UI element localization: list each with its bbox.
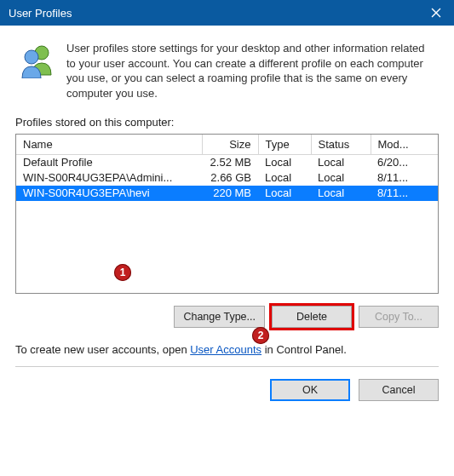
create-accounts-text: To create new user accounts, open User A… — [15, 343, 439, 356]
create-accounts-prefix: To create new user accounts, open — [15, 343, 190, 356]
delete-button[interactable]: Delete — [272, 306, 352, 328]
cancel-button[interactable]: Cancel — [359, 379, 439, 401]
cell-type: Local — [258, 170, 311, 186]
column-headers[interactable]: Name Size Type Status Mod... — [16, 135, 438, 155]
profile-buttons: Change Type... Delete Copy To... — [15, 306, 439, 328]
annotation-marker-1: 1 — [114, 264, 131, 281]
window-title: User Profiles — [9, 7, 72, 20]
dialog-body: User profiles store settings for your de… — [0, 26, 454, 415]
ok-button[interactable]: OK — [270, 379, 350, 401]
col-name[interactable]: Name — [16, 135, 202, 155]
col-status[interactable]: Status — [311, 135, 371, 155]
user-accounts-link[interactable]: User Accounts — [190, 343, 261, 356]
cell-name: Default Profile — [16, 155, 202, 171]
user-profiles-icon — [19, 41, 56, 81]
cell-status: Local — [311, 186, 371, 201]
intro-section: User profiles store settings for your de… — [19, 41, 432, 100]
cell-modified: 8/11... — [371, 186, 438, 201]
cell-size: 2.66 GB — [202, 170, 258, 186]
profiles-grid[interactable]: Name Size Type Status Mod... Default Pro… — [15, 134, 439, 294]
titlebar[interactable]: User Profiles — [0, 0, 454, 26]
intro-text: User profiles store settings for your de… — [66, 41, 432, 100]
profiles-label: Profiles stored on this computer: — [15, 116, 439, 129]
col-size[interactable]: Size — [202, 135, 258, 155]
change-type-button[interactable]: Change Type... — [174, 306, 265, 328]
table-row[interactable]: WIN-S00R4UG3EPA\Admini...2.66 GBLocalLoc… — [16, 170, 438, 186]
cell-name: WIN-S00R4UG3EPA\Admini... — [16, 170, 202, 186]
cell-type: Local — [258, 155, 311, 171]
footer-buttons: OK Cancel — [15, 379, 439, 401]
cell-type: Local — [258, 186, 311, 201]
copy-to-button: Copy To... — [359, 306, 439, 328]
cell-size: 220 MB — [202, 186, 258, 201]
annotation-marker-2: 2 — [252, 327, 269, 344]
cell-name: WIN-S00R4UG3EPA\hevi — [16, 186, 202, 201]
cell-modified: 8/11... — [371, 170, 438, 186]
create-accounts-suffix: in Control Panel. — [261, 343, 347, 356]
cell-status: Local — [311, 170, 371, 186]
cell-size: 2.52 MB — [202, 155, 258, 171]
table-row[interactable]: Default Profile2.52 MBLocalLocal6/20... — [16, 155, 438, 171]
cell-status: Local — [311, 155, 371, 171]
col-modified[interactable]: Mod... — [371, 135, 438, 155]
col-type[interactable]: Type — [258, 135, 311, 155]
close-icon[interactable] — [418, 0, 454, 26]
cell-modified: 6/20... — [371, 155, 438, 171]
divider — [15, 366, 439, 367]
svg-point-3 — [25, 50, 38, 64]
table-row[interactable]: WIN-S00R4UG3EPA\hevi220 MBLocalLocal8/11… — [16, 186, 438, 201]
